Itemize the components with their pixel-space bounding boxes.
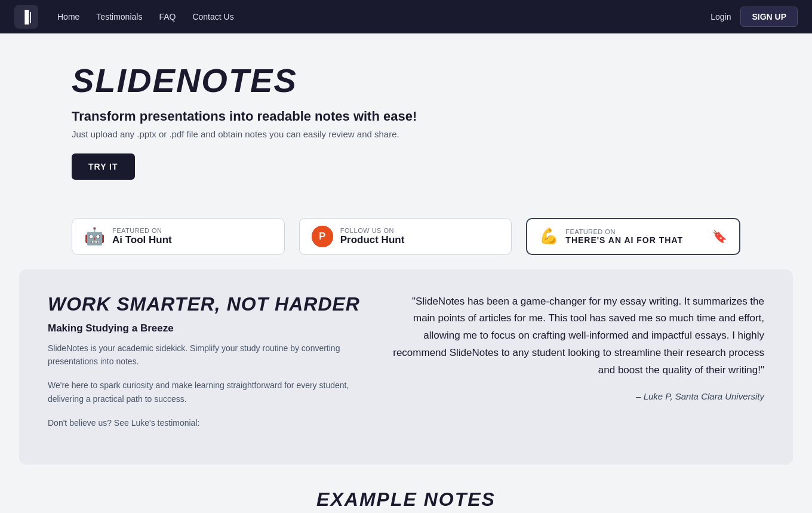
testimonial-quote: "SlideNotes has been a game-changer for … — [389, 293, 764, 379]
producthunt-icon: P — [312, 226, 333, 247]
example-title: EXAMPLE NOTES — [19, 489, 793, 511]
work-para2: We're here to spark curiosity and make l… — [48, 379, 361, 406]
hero-description: Just upload any .pptx or .pdf file and o… — [72, 129, 740, 139]
nav-right: Login SIGN UP — [710, 7, 798, 27]
work-para1: SlideNotes is your academic sidekick. Si… — [48, 342, 361, 368]
theresanai-badge[interactable]: 💪 FEATURED ON THERE'S AN AI FOR THAT 🔖 — [526, 218, 740, 255]
try-button[interactable]: TRY IT — [72, 153, 135, 180]
example-section: EXAMPLE NOTES · ·· · · · 👤 ⬆️ 📥 Building… — [0, 465, 812, 513]
work-left: WORK SMARTER, NOT HARDER Making Studying… — [48, 293, 361, 441]
theresanai-text: FEATURED ON THERE'S AN AI FOR THAT — [565, 228, 683, 245]
work-heading: WORK SMARTER, NOT HARDER — [48, 293, 361, 315]
nav-faq[interactable]: FAQ — [159, 12, 176, 21]
hero-title: SLIDENOTES — [72, 62, 740, 99]
nav-links: Home Testimonials FAQ Contact Us — [57, 12, 691, 21]
signup-button[interactable]: SIGN UP — [740, 7, 798, 27]
aitool-badge[interactable]: 🤖 Featured on Ai Tool Hunt — [72, 218, 285, 255]
testimonial-author: – Luke P, Santa Clara University — [636, 391, 764, 401]
work-section: WORK SMARTER, NOT HARDER Making Studying… — [19, 269, 793, 465]
work-para3: Don't believe us? See Luke's testimonial… — [48, 416, 361, 429]
aitool-main-label: Ai Tool Hunt — [112, 234, 172, 246]
work-right: "SlideNotes has been a game-changer for … — [389, 293, 764, 401]
aitool-pre-label: Featured on — [112, 227, 172, 234]
aitool-icon: 🤖 — [84, 226, 105, 246]
nav-contact[interactable]: Contact Us — [192, 12, 233, 21]
hero-section: SLIDENOTES Transform presentations into … — [0, 33, 812, 199]
bookmark-icon: 🔖 — [712, 229, 727, 244]
aitool-text: Featured on Ai Tool Hunt — [112, 227, 172, 246]
theresanai-icon: 💪 — [539, 227, 558, 245]
hero-subtitle: Transform presentations into readable no… — [72, 109, 740, 124]
producthunt-pre-label: FOLLOW US ON — [340, 227, 405, 234]
nav-home[interactable]: Home — [57, 12, 79, 21]
work-subheading: Making Studying a Breeze — [48, 322, 361, 334]
theresanai-main-label: THERE'S AN AI FOR THAT — [565, 235, 683, 245]
nav-testimonials[interactable]: Testimonials — [96, 12, 142, 21]
producthunt-badge[interactable]: P FOLLOW US ON Product Hunt — [299, 218, 512, 255]
logo-icon: ▐| — [20, 10, 32, 24]
badges-row: 🤖 Featured on Ai Tool Hunt P FOLLOW US O… — [0, 204, 812, 269]
navbar: ▐| Home Testimonials FAQ Contact Us Logi… — [0, 0, 812, 33]
logo[interactable]: ▐| — [14, 5, 38, 29]
producthunt-main-label: Product Hunt — [340, 234, 405, 246]
producthunt-text: FOLLOW US ON Product Hunt — [340, 227, 405, 246]
login-link[interactable]: Login — [710, 12, 731, 21]
theresanai-pre-label: FEATURED ON — [565, 228, 683, 235]
